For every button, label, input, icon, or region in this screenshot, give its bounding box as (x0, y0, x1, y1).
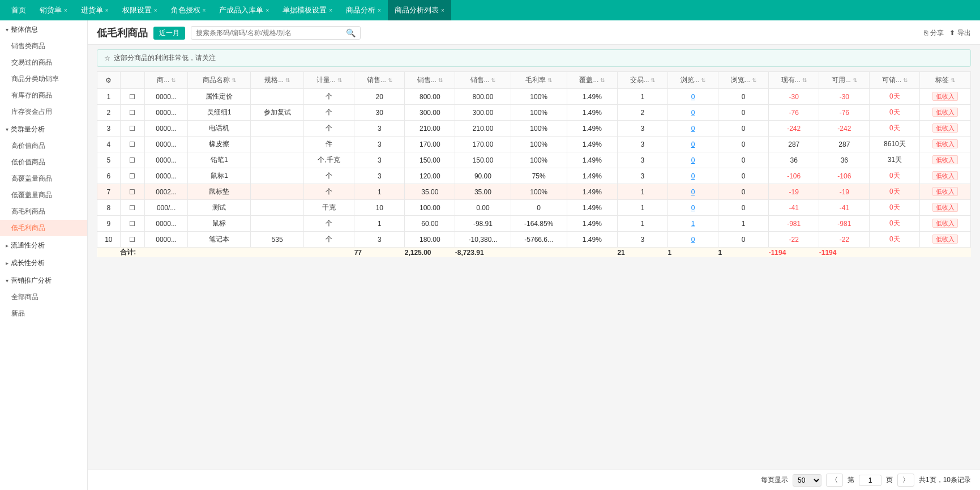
cell-checkbox[interactable]: ☐ (120, 89, 144, 105)
cell-view1[interactable]: 0 (667, 184, 718, 200)
col-header-spec[interactable]: 规格... (251, 72, 304, 89)
sidebar-item-stock-capital[interactable]: 库存资金占用 (0, 104, 87, 120)
date-filter-btn[interactable]: 近一月 (153, 27, 185, 40)
cell-available: -19 (819, 184, 870, 200)
cell-saleable: 0天 (870, 105, 920, 121)
sidebar-item-traded-goods[interactable]: 交易过的商品 (0, 54, 87, 71)
col-header-sale_profit[interactable]: 销售... (455, 72, 511, 89)
sidebar-item-high-margin[interactable]: 高毛利商品 (0, 203, 87, 220)
col-header-view2[interactable]: 浏览... (718, 72, 769, 89)
cell-margin_rate: -164.85% (511, 216, 567, 232)
cell-margin_rate: -5766.6... (511, 232, 567, 248)
cell-tag: 低收入 (920, 137, 971, 152)
cell-current: -22 (769, 232, 819, 248)
col-header-trade[interactable]: 交易... (617, 72, 667, 89)
nav-item-template[interactable]: 单据模板设置× (276, 0, 339, 20)
footer-cell-11: 21 (617, 248, 667, 258)
sidebar-group-流通性分析[interactable]: ▸流通性分析 (0, 236, 87, 254)
nav-item-sale[interactable]: 销货单× (33, 0, 74, 20)
footer-cell-9 (511, 248, 567, 258)
col-header-unit[interactable]: 计量... (304, 72, 354, 89)
nav-close-purchase[interactable]: × (105, 7, 109, 14)
cell-view1[interactable]: 0 (667, 232, 718, 248)
cell-name: 测试 (188, 200, 251, 216)
export-btn[interactable]: ⬆ 导出 (949, 28, 971, 38)
nav-item-analysis-list[interactable]: 商品分析列表× (388, 0, 451, 20)
cell-checkbox[interactable]: ☐ (120, 216, 144, 232)
tag-badge: 低收入 (932, 219, 958, 228)
sidebar-item-high-coverage[interactable]: 高覆盖量商品 (0, 171, 87, 187)
share-btn[interactable]: ⎘ 分享 (924, 28, 944, 38)
cell-checkbox[interactable]: ☐ (120, 232, 144, 248)
nav-close-role[interactable]: × (203, 7, 206, 14)
col-header-sale_price[interactable]: 销售... (405, 72, 455, 89)
sidebar-item-high-value[interactable]: 高价值商品 (0, 138, 87, 154)
nav-item-purchase[interactable]: 进货单× (74, 0, 115, 20)
col-header-tag[interactable]: 标签 (920, 72, 971, 89)
nav-item-stock-in[interactable]: 产成品入库单× (212, 0, 276, 20)
col-header-current[interactable]: 现有... (769, 72, 819, 89)
page-number-input[interactable] (859, 475, 881, 486)
cell-view1[interactable]: 0 (667, 168, 718, 184)
cell-sale_qty: 20 (354, 89, 405, 105)
nav-item-home[interactable]: 首页 (5, 0, 33, 20)
cell-view1[interactable]: 0 (667, 137, 718, 152)
cell-checkbox[interactable]: ☐ (120, 184, 144, 200)
sidebar-group-营销推广分析[interactable]: ▾营销推广分析 (0, 271, 87, 289)
sidebar-item-new-goods[interactable]: 新品 (0, 305, 87, 322)
cell-checkbox[interactable]: ☐ (120, 105, 144, 121)
page-label: 第 (848, 475, 854, 485)
sidebar-item-low-margin[interactable]: 低毛利商品 (0, 220, 87, 236)
per-page-select[interactable]: 50 100 200 (793, 474, 821, 487)
col-header-coverage[interactable]: 覆盖... (567, 72, 617, 89)
nav-close-analysis-list[interactable]: × (441, 7, 444, 14)
nav-close-analysis[interactable]: × (378, 7, 381, 14)
cell-view1[interactable]: 0 (667, 152, 718, 168)
cell-code: 0000... (144, 137, 188, 152)
cell-checkbox[interactable]: ☐ (120, 200, 144, 216)
cell-view1[interactable]: 1 (667, 216, 718, 232)
nav-close-sale[interactable]: × (64, 7, 67, 14)
cell-spec (251, 216, 304, 232)
cell-view2: 0 (718, 137, 769, 152)
col-header-name[interactable]: 商品名称 (188, 72, 251, 89)
tag-badge: 低收入 (932, 92, 958, 101)
cell-view1[interactable]: 0 (667, 89, 718, 105)
col-header-saleable[interactable]: 可销... (870, 72, 920, 89)
cell-view1[interactable]: 0 (667, 121, 718, 137)
cell-checkbox[interactable]: ☐ (120, 152, 144, 168)
cell-view2: 0 (718, 200, 769, 216)
sidebar-group-成长性分析[interactable]: ▸成长性分析 (0, 254, 87, 271)
cell-unit: 件 (304, 137, 354, 152)
sidebar-group-整体信息[interactable]: ▾整体信息 (0, 20, 87, 38)
nav-item-permission[interactable]: 权限设置× (115, 0, 164, 20)
nav-item-role[interactable]: 角色授权× (164, 0, 213, 20)
cell-view1[interactable]: 0 (667, 105, 718, 121)
sidebar-item-low-value[interactable]: 低价值商品 (0, 154, 87, 171)
cell-view1[interactable]: 0 (667, 200, 718, 216)
col-header-view1[interactable]: 浏览... (667, 72, 718, 89)
next-page-btn[interactable]: 〉 (897, 474, 914, 487)
sidebar-item-in-stock[interactable]: 有库存的商品 (0, 87, 87, 104)
sidebar-item-category-rate[interactable]: 商品分类助销率 (0, 71, 87, 87)
nav-item-analysis[interactable]: 商品分析× (339, 0, 388, 20)
nav-close-stock-in[interactable]: × (266, 7, 269, 14)
sidebar-item-low-coverage[interactable]: 低覆盖量商品 (0, 187, 87, 203)
sidebar-group-类群量分析[interactable]: ▾类群量分析 (0, 120, 87, 138)
col-header-margin_rate[interactable]: 毛利率 (511, 72, 567, 89)
cell-tag: 低收入 (920, 152, 971, 168)
sidebar-item-sales-goods[interactable]: 销售类商品 (0, 38, 87, 54)
prev-page-btn[interactable]: 〈 (826, 474, 843, 487)
col-header-sale_qty[interactable]: 销售... (354, 72, 405, 89)
cell-no: 7 (97, 184, 121, 200)
cell-tag: 低收入 (920, 200, 971, 216)
col-header-code[interactable]: 商... (144, 72, 188, 89)
col-header-available[interactable]: 可用... (819, 72, 870, 89)
sidebar-item-all-goods[interactable]: 全部商品 (0, 289, 87, 305)
cell-checkbox[interactable]: ☐ (120, 121, 144, 137)
search-input[interactable] (196, 29, 346, 37)
nav-close-template[interactable]: × (329, 7, 332, 14)
cell-checkbox[interactable]: ☐ (120, 168, 144, 184)
cell-checkbox[interactable]: ☐ (120, 137, 144, 152)
nav-close-permission[interactable]: × (154, 7, 157, 14)
